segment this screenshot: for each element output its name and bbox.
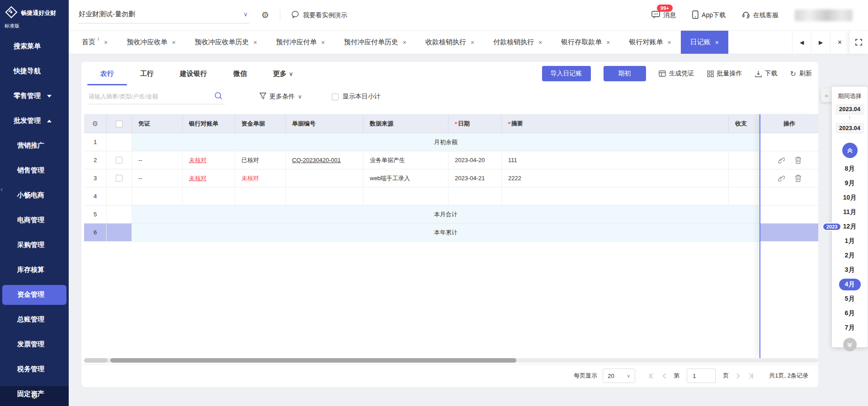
tab-9[interactable]: 银行对账单× — [620, 31, 681, 54]
month-item-4月[interactable]: 4月 — [832, 277, 868, 292]
show-daily-subtotal[interactable]: 显示本日小计 — [332, 93, 381, 101]
month-item-7月[interactable]: 7月 — [832, 321, 868, 335]
next-page-icon[interactable] — [736, 373, 741, 379]
tab-10[interactable]: 日记账× — [681, 31, 728, 54]
search-icon[interactable] — [214, 92, 222, 102]
first-page-icon[interactable] — [649, 373, 655, 379]
tab-close-icon[interactable]: × — [606, 39, 610, 46]
demo-link[interactable]: 我要看实例演示 — [291, 10, 347, 20]
sidebar-item-7[interactable]: 小畅电商 — [0, 183, 69, 208]
period-to[interactable]: 2023.04 — [835, 123, 864, 134]
search-input[interactable] — [89, 93, 202, 100]
sidebar-collapse-arrow-icon[interactable]: ‹ — [0, 185, 3, 193]
tab-2[interactable]: 预收冲应收单× — [117, 31, 185, 54]
month-item-11月[interactable]: 11月 — [832, 205, 868, 219]
generate-voucher-button[interactable]: 生成凭证 — [659, 70, 694, 78]
select-all-checkbox[interactable] — [116, 121, 123, 127]
delete-icon[interactable] — [795, 174, 802, 182]
horizontal-scrollbar[interactable] — [84, 358, 818, 363]
tab-scroll-right-icon[interactable]: ▶ — [811, 31, 830, 54]
tab-close-icon[interactable]: × — [403, 39, 406, 46]
bank-tab-2[interactable]: 工行 — [140, 62, 154, 85]
sidebar-item-11[interactable]: 资金管理 — [0, 282, 69, 307]
batch-operation-button[interactable]: 批量操作 — [707, 70, 742, 78]
month-item-1月[interactable]: 1月 — [832, 234, 868, 248]
sidebar-item-3[interactable]: 零售管理 — [0, 84, 69, 108]
tab-close-icon[interactable]: × — [321, 39, 325, 46]
online-service-button[interactable]: 在线客服 — [742, 10, 778, 20]
column-settings-gear-icon[interactable]: ⚙ — [84, 115, 107, 133]
row-checkbox[interactable] — [116, 175, 123, 182]
month-item-8月[interactable]: 8月 — [832, 162, 868, 176]
month-item-10月[interactable]: 10月 — [832, 191, 868, 205]
table-row-2: 2--未核对已核对CQ-20230420-001业务单据产生2023-04-20… — [84, 151, 760, 169]
period-panel-collapse-icon[interactable]: » — [821, 89, 832, 102]
link-icon[interactable] — [777, 174, 785, 182]
tab-close-icon[interactable]: × — [715, 39, 719, 46]
column-label: 日期 — [458, 120, 470, 128]
tab-8[interactable]: 银行存取款单× — [552, 31, 619, 54]
month-item-2月[interactable]: 2月 — [832, 248, 868, 263]
tab-close-icon[interactable]: × — [538, 39, 542, 46]
sidebar-item-4[interactable]: 批发管理 — [0, 108, 69, 133]
bank-reconcile-status[interactable]: 未核对 — [189, 174, 207, 182]
doc-number-link[interactable]: CQ-20230420-001 — [292, 157, 341, 163]
tab-scroll-left-icon[interactable]: ◀ — [792, 31, 811, 54]
sidebar-item-1[interactable]: 搜索菜单 — [0, 34, 69, 59]
scrollbar-thumb[interactable] — [110, 358, 516, 363]
bank-tab-5[interactable]: 更多∨ — [273, 62, 293, 85]
sidebar-item-13[interactable]: 发票管理 — [0, 332, 69, 357]
bank-tab-3[interactable]: 建设银行 — [180, 62, 207, 85]
tab-4[interactable]: 预付冲应付单× — [267, 31, 335, 54]
workspace-gear-icon[interactable]: ⚙ — [261, 10, 269, 20]
last-page-icon[interactable] — [748, 373, 754, 379]
sidebar-item-5[interactable]: 营销推广 — [0, 133, 69, 158]
workspace-selector[interactable]: 好业财测试-量勿删 ∨ — [78, 7, 250, 23]
tab-1[interactable]: 首页1× — [72, 31, 117, 54]
app-download-button[interactable]: App下载 — [692, 10, 726, 20]
prev-page-icon[interactable] — [662, 373, 666, 379]
month-item-5月[interactable]: 5月 — [832, 292, 868, 306]
bank-reconcile-status[interactable]: 未核对 — [189, 156, 207, 164]
topbar: 好业财测试-量勿删 ∨ ⚙ 我要看实例演示 99+ 消息 App下 — [69, 0, 868, 31]
sidebar-item-10[interactable]: 库存核算 — [0, 257, 69, 282]
bank-tab-1[interactable]: 农行 — [100, 62, 114, 85]
tab-5[interactable]: 预付冲应付单历史× — [335, 31, 416, 54]
sidebar-item-14[interactable]: 税务管理 — [0, 357, 69, 382]
period-from[interactable]: 2023.04 — [835, 104, 864, 115]
tab-6[interactable]: 收款核销执行× — [416, 31, 484, 54]
scroll-months-down-button[interactable] — [843, 338, 857, 351]
refresh-button[interactable]: ↻ 刷新 — [790, 70, 812, 78]
tab-close-icon[interactable]: × — [172, 39, 175, 46]
close-all-tabs-icon[interactable]: × — [830, 31, 849, 54]
more-conditions-button[interactable]: 更多条件 ∨ — [259, 93, 302, 101]
initial-balance-button[interactable]: 期初 — [604, 66, 646, 81]
user-account-blurred[interactable] — [795, 9, 853, 21]
fullscreen-icon[interactable] — [849, 31, 868, 54]
per-page-select[interactable]: 20 ∨ — [603, 369, 635, 383]
sidebar-item-9[interactable]: 采购管理 — [0, 233, 69, 257]
bank-tab-4[interactable]: 微信 — [233, 62, 247, 85]
messages-button[interactable]: 99+ 消息 — [651, 11, 676, 20]
tab-close-icon[interactable]: × — [104, 39, 108, 46]
daily-subtotal-checkbox[interactable] — [332, 93, 339, 100]
sidebar-item-6[interactable]: 销售管理 — [0, 158, 69, 183]
tab-close-icon[interactable]: × — [471, 39, 474, 46]
sidebar-item-12[interactable]: 总账管理 — [0, 307, 69, 332]
month-item-9月[interactable]: 9月 — [832, 176, 868, 191]
row-checkbox[interactable] — [116, 157, 123, 163]
download-button[interactable]: 下载 — [755, 70, 778, 78]
page-input[interactable] — [687, 369, 716, 383]
sidebar-item-2[interactable]: 快捷导航 — [0, 59, 69, 84]
import-journal-button[interactable]: 导入日记账 — [542, 66, 591, 81]
tab-close-icon[interactable]: × — [253, 39, 257, 46]
link-icon[interactable] — [777, 156, 785, 164]
tab-7[interactable]: 付款核销执行× — [484, 31, 552, 54]
month-item-6月[interactable]: 6月 — [832, 306, 868, 321]
tab-3[interactable]: 预收冲应收单历史× — [185, 31, 266, 54]
month-item-3月[interactable]: 3月 — [832, 263, 868, 277]
sidebar-item-8[interactable]: 电商管理 — [0, 208, 69, 233]
scroll-months-up-button[interactable] — [842, 143, 858, 158]
tab-close-icon[interactable]: × — [668, 39, 671, 46]
delete-icon[interactable] — [795, 156, 802, 164]
